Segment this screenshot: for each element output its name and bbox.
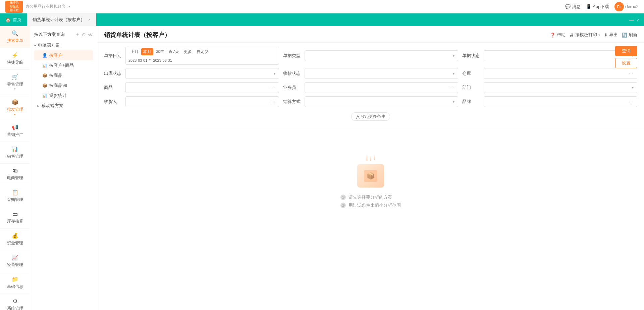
- receipt-status-dropdown[interactable]: ▾: [305, 68, 458, 79]
- salesperson-dots: ···: [449, 85, 454, 90]
- refresh-button[interactable]: 🔄 刷新: [622, 32, 637, 38]
- schema-item-by-goods99[interactable]: 📦 按商品99: [34, 81, 93, 91]
- app-download-button[interactable]: 📱 App下载: [586, 4, 609, 10]
- export-icon: ⬇: [604, 33, 608, 38]
- settlement-dropdown[interactable]: ▾: [305, 96, 458, 107]
- brand-input[interactable]: ···: [484, 96, 637, 107]
- maximize-icon[interactable]: ⤢: [636, 17, 640, 22]
- settlement-label: 结算方式: [283, 99, 302, 105]
- brand-label: 品牌: [462, 99, 481, 105]
- add-schema-button[interactable]: ＋: [75, 32, 80, 38]
- schema-item-by-customer[interactable]: 👤 按客户: [34, 50, 93, 60]
- sidebar-item-operations[interactable]: 📈 经营管理: [0, 250, 30, 272]
- breadcrumb: 办公用品行业模拟账套: [25, 4, 66, 9]
- sidebar-item-purchase[interactable]: 📋 采购管理: [0, 185, 30, 207]
- sidebar-item-wholesale[interactable]: 📦 批发管理 ▴: [0, 95, 30, 120]
- date-label: 单据日期: [104, 53, 123, 59]
- logo-text: 畅捷信 好生意 标准版: [10, 1, 19, 12]
- date-btn-this-year[interactable]: 本年: [154, 48, 166, 55]
- warehouse-input[interactable]: ···: [484, 68, 637, 79]
- schema-header-actions: ＋ ⊙ ≪: [75, 32, 93, 38]
- sidebar-item-ecommerce[interactable]: 🛍 电商管理: [0, 164, 30, 185]
- refresh-icon: 🔄: [622, 33, 627, 38]
- empty-state: 📦 ① 请先选择要分析的方案 ② 用过滤条件来缩小分析范围: [97, 127, 644, 237]
- sidebar-item-search[interactable]: 🔍 搜索菜单: [0, 26, 30, 48]
- date-btn-this-month[interactable]: 本月: [141, 48, 153, 55]
- dept-chevron: ▾: [632, 86, 634, 90]
- desktop-group-title[interactable]: ▾ 电脑端方案: [34, 40, 93, 50]
- goods-dots: ···: [270, 85, 275, 90]
- goods99-icon: 📦: [42, 83, 47, 88]
- receipt-status-label: 收款状态: [283, 70, 302, 76]
- settings-button[interactable]: 设置: [615, 58, 637, 68]
- goods-icon: 📦: [42, 73, 47, 78]
- tab-close-icon[interactable]: ×: [88, 17, 91, 22]
- date-range-control[interactable]: 上月 本月 本年 近7天 更多 自定义 2023-03-01 至 2023-03…: [125, 47, 279, 65]
- brand-dots: ···: [629, 99, 634, 104]
- filter-row-4: 收货人 ··· 结算方式 ▾: [104, 96, 637, 107]
- finance-icon: 💰: [12, 232, 18, 239]
- order-type-chevron: ▾: [453, 54, 454, 58]
- sidebar-item-shortcuts[interactable]: ⚡ 快捷导航: [0, 48, 30, 70]
- message-button[interactable]: 💬 消息: [565, 4, 581, 10]
- warehouse-label: 仓库: [462, 70, 481, 76]
- filter-receiver: 收货人 ···: [104, 96, 279, 107]
- filter-row-2: 出库状态 ▾ 收款状态 ▾: [104, 68, 637, 79]
- receiver-input[interactable]: ···: [125, 96, 279, 107]
- goods-input[interactable]: ···: [125, 82, 279, 93]
- sidebar-item-sales[interactable]: 📊 销售管理: [0, 142, 30, 164]
- report-area: 销货单统计表（按客户） ❓ 帮助 🖨 按模板打印 ▾ ⬇ 导出: [97, 26, 644, 310]
- date-shortcuts: 上月 本月 本年 近7天 更多 自定义: [128, 48, 211, 55]
- date-btn-custom[interactable]: 自定义: [195, 48, 211, 55]
- mobile-group-title[interactable]: ▶ 移动端方案: [34, 101, 93, 111]
- tab-active[interactable]: 销货单统计计表（按客户） ×: [27, 13, 96, 26]
- query-button[interactable]: 查询: [615, 46, 637, 56]
- receipt-chevron: ▾: [453, 72, 454, 75]
- minimize-icon[interactable]: —: [629, 17, 634, 22]
- content-area: 按以下方案查询 ＋ ⊙ ≪ ▾ 电脑端方案 👤 按客户 📊 按: [30, 26, 644, 310]
- basic-info-icon: 📁: [12, 276, 18, 282]
- warehouse-dots: ···: [629, 71, 634, 76]
- sidebar-item-finance[interactable]: 💰 资金管理: [0, 228, 30, 250]
- settings-schema-button[interactable]: ⊙: [82, 32, 86, 37]
- operations-icon: 📈: [12, 254, 18, 261]
- sidebar-item-system[interactable]: ⚙ 系统管理: [0, 294, 30, 310]
- date-btn-last-7days[interactable]: 近7天: [167, 48, 181, 55]
- help-button[interactable]: ❓ 帮助: [550, 32, 566, 38]
- filter-area: 单据日期 上月 本月 本年 近7天 更多 自定义 2023-03-01 至 20…: [97, 43, 644, 127]
- date-btn-more[interactable]: 更多: [182, 48, 194, 55]
- breadcrumb-dropdown-icon[interactable]: ▾: [68, 5, 70, 8]
- date-btn-last-month[interactable]: 上月: [128, 48, 141, 55]
- outbound-status-dropdown[interactable]: ▾: [125, 68, 279, 79]
- filter-salesperson: 业务员 ···: [283, 82, 458, 93]
- print-button[interactable]: 🖨 按模板打印 ▾: [570, 32, 600, 38]
- sidebar-item-basic-info[interactable]: 📁 基础信息: [0, 272, 30, 294]
- salesperson-input[interactable]: ···: [305, 82, 458, 93]
- filter-date: 单据日期 上月 本月 本年 近7天 更多 自定义 2023-03-01 至 20…: [104, 47, 279, 65]
- dept-dropdown[interactable]: ▾: [484, 82, 637, 93]
- order-status-dropdown[interactable]: ▾: [484, 50, 637, 61]
- sidebar-item-marketing[interactable]: 📢 营销推广: [0, 120, 30, 142]
- home-icon: 🏠: [5, 17, 11, 22]
- schema-item-return-stats[interactable]: 📊 退货统计: [34, 91, 93, 101]
- filter-row-1: 单据日期 上月 本月 本年 近7天 更多 自定义 2023-03-01 至 20…: [104, 47, 637, 65]
- sidebar-item-retail[interactable]: 🛒 零售管理 ▾: [0, 70, 30, 95]
- collapse-schema-button[interactable]: ≪: [88, 32, 93, 37]
- mobile-expand-arrow: ▶: [37, 104, 40, 108]
- order-type-dropdown[interactable]: ▾: [305, 50, 458, 61]
- sidebar-item-inventory[interactable]: 🗃 库存核算: [0, 207, 30, 228]
- topbar-left: 畅捷信 好生意 标准版 办公用品行业模拟账套 ▾: [5, 1, 70, 13]
- filter-dept: 部门 ▾: [462, 82, 637, 93]
- system-icon: ⚙: [13, 298, 17, 304]
- goods-label: 商品: [104, 85, 123, 91]
- tab-home[interactable]: 🏠 首页: [0, 13, 27, 26]
- customer-goods-icon: 📊: [42, 63, 47, 68]
- schema-item-by-goods[interactable]: 📦 按商品: [34, 70, 93, 81]
- schema-item-customer-goods[interactable]: 📊 按客户+商品: [34, 60, 93, 70]
- user-profile[interactable]: Ea demo2: [614, 2, 639, 11]
- settlement-chevron: ▾: [453, 100, 454, 104]
- collapse-button[interactable]: ⋀ 收起更多条件: [351, 112, 390, 121]
- retail-icon: 🛒: [12, 74, 18, 80]
- lightning-icon: ⚡: [12, 52, 18, 58]
- export-button[interactable]: ⬇ 导出: [604, 32, 618, 38]
